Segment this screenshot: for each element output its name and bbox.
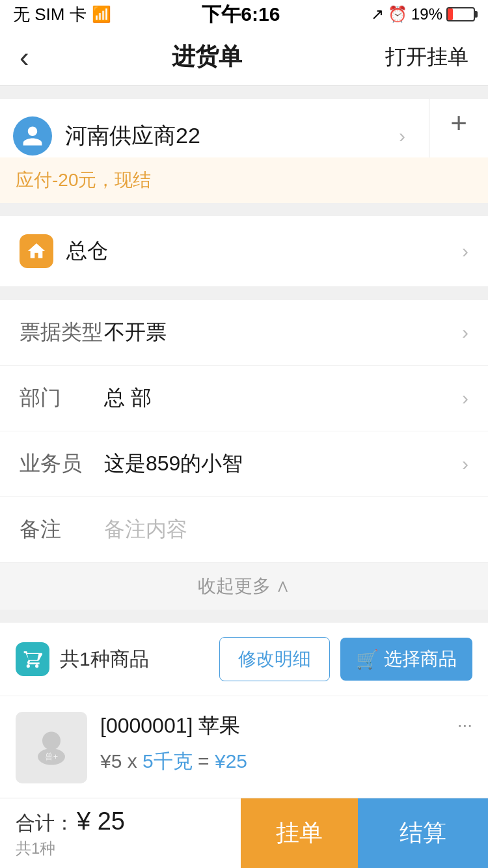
product-title: 苹果: [198, 714, 240, 737]
alarm-icon: ⏰: [388, 5, 407, 23]
price-qty: 5千克: [142, 750, 193, 772]
status-left: 无 SIM 卡 📶: [13, 3, 111, 26]
select-product-button[interactable]: 🛒 选择商品: [340, 638, 472, 681]
invoice-type-label: 票据类型: [20, 318, 104, 347]
price-multiply: x: [128, 750, 142, 772]
product-item: 兽+ [0000001] 苹果 ¥5 x 5千克 = ¥25 ···: [0, 696, 488, 799]
product-header: 共1种商品 修改明细 🛒 选择商品: [0, 623, 488, 696]
notice-bar: 应付-20元，现结: [0, 157, 488, 203]
modify-detail-button[interactable]: 修改明细: [219, 637, 330, 681]
gap-3: [0, 287, 488, 300]
gap-4: [0, 610, 488, 623]
total-label: 合计：: [16, 810, 74, 837]
supplier-name: 河南供应商22: [65, 121, 399, 151]
collapse-label: 收起更多 ∧: [198, 574, 291, 599]
supplier-avatar: [13, 116, 52, 156]
product-code: [0000001]: [100, 714, 193, 737]
remark-row[interactable]: 备注 备注内容: [0, 497, 488, 563]
remark-label: 备注: [20, 515, 104, 544]
nav-bar: ‹ 进货单 打开挂单: [0, 29, 488, 86]
product-price: ¥5 x 5千克 = ¥25: [100, 748, 420, 775]
product-more-button[interactable]: ···: [433, 712, 472, 735]
shopping-icon: [22, 649, 43, 670]
warehouse-icon: [26, 241, 47, 262]
supplier-chevron-icon: ›: [399, 125, 405, 147]
department-label: 部门: [20, 384, 104, 413]
product-name: [0000001] 苹果: [100, 712, 420, 740]
product-count-label: 共1种商品: [60, 646, 209, 673]
salesperson-chevron-icon: ›: [462, 453, 468, 475]
status-time: 下午6:16: [202, 1, 280, 28]
select-cart-icon: 🛒: [356, 649, 379, 670]
salesperson-label: 业务员: [20, 450, 104, 478]
salesperson-value: 这是859的小智: [104, 450, 462, 478]
checkout-button[interactable]: 结算: [358, 798, 488, 868]
price-total: ¥25: [215, 750, 247, 772]
invoice-type-value: 不开票: [104, 318, 462, 347]
page-title: 进货单: [172, 41, 242, 73]
gap-2: [0, 203, 488, 216]
add-supplier-button[interactable]: +: [429, 99, 488, 157]
gap-1: [0, 86, 488, 99]
status-right: ↗ ⏰ 19%: [371, 5, 475, 23]
product-thumbnail: 兽+: [16, 712, 87, 783]
invoice-type-row[interactable]: 票据类型 不开票 ›: [0, 300, 488, 366]
department-row[interactable]: 部门 总 部 ›: [0, 366, 488, 431]
battery-icon: [446, 7, 475, 21]
supplier-section: 河南供应商22 › +: [0, 99, 488, 157]
warehouse-row[interactable]: 总仓 ›: [0, 216, 488, 287]
location-icon: ↗: [371, 5, 384, 23]
wifi-icon: 📶: [92, 5, 111, 23]
warehouse-name: 总仓: [66, 237, 462, 265]
total-area: 合计： ¥ 25 共1种: [0, 798, 241, 868]
total-amount: ¥ 25: [77, 807, 125, 835]
svg-point-0: [42, 732, 61, 750]
warehouse-icon-container: [20, 234, 53, 268]
collapse-bar[interactable]: 收起更多 ∧: [0, 563, 488, 610]
supplier-selector[interactable]: 河南供应商22 ›: [0, 99, 429, 157]
person-icon: [21, 124, 44, 148]
bottom-bar: 合计： ¥ 25 共1种 挂单 结算: [0, 798, 488, 868]
carrier-label: 无 SIM 卡: [13, 3, 87, 26]
product-icon-container: [16, 642, 49, 676]
back-button[interactable]: ‹: [20, 43, 29, 72]
product-thumb-icon: 兽+: [29, 725, 74, 770]
svg-text:兽+: 兽+: [45, 752, 58, 761]
invoice-chevron-icon: ›: [462, 321, 468, 344]
select-product-label: 选择商品: [384, 647, 457, 671]
salesperson-row[interactable]: 业务员 这是859的小智 ›: [0, 431, 488, 497]
hang-order-button[interactable]: 挂单: [241, 798, 358, 868]
price-unit: ¥5: [100, 750, 122, 772]
price-equals: =: [198, 750, 215, 772]
product-info: [0000001] 苹果 ¥5 x 5千克 = ¥25: [100, 712, 420, 775]
battery-percent: 19%: [411, 5, 442, 23]
total-sub-label: 共1种: [16, 838, 225, 859]
warehouse-chevron-icon: ›: [462, 240, 468, 262]
remark-input[interactable]: 备注内容: [104, 515, 468, 544]
department-value: 总 部: [104, 384, 462, 413]
department-chevron-icon: ›: [462, 387, 468, 409]
open-pending-button[interactable]: 打开挂单: [385, 43, 468, 72]
status-bar: 无 SIM 卡 📶 下午6:16 ↗ ⏰ 19%: [0, 0, 488, 29]
